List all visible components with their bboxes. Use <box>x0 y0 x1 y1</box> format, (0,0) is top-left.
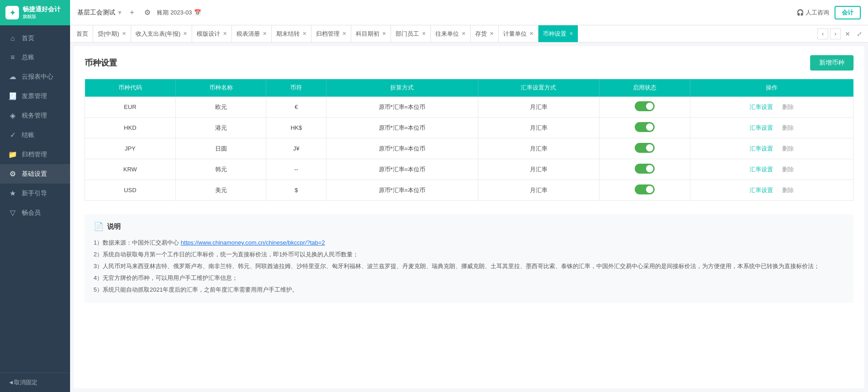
page-header: 币种设置 新增币种 <box>85 55 854 71</box>
tab-subjects[interactable]: 科目期初 ✕ <box>351 25 391 43</box>
tab-period-end[interactable]: 期末结转 ✕ <box>272 25 311 43</box>
support-button[interactable]: 🎧 人工咨询 <box>797 9 829 17</box>
sidebar-label-checkout: 结账 <box>22 131 34 139</box>
settings-icon: ⚙ <box>8 170 17 178</box>
sidebar-item-member[interactable]: ▽ 畅会员 <box>0 203 70 222</box>
tab-unit[interactable]: 计量单位 ✕ <box>499 25 538 43</box>
account-button[interactable]: 会计 <box>835 6 861 19</box>
calendar-icon[interactable]: 📅 <box>194 9 201 16</box>
tab-template-close[interactable]: ✕ <box>223 31 227 37</box>
cell-status-3[interactable] <box>599 159 690 180</box>
notice-section: 📄 说明 1）数据来源：中国外汇交易中心 https://www.chinamo… <box>85 214 854 303</box>
rate-set-4[interactable]: 汇率设置 <box>750 187 773 194</box>
tab-next-button[interactable]: › <box>830 28 841 39</box>
cell-action-4: 汇率设置 删除 <box>690 180 853 201</box>
cell-status-1[interactable] <box>599 118 690 138</box>
tab-tax-close[interactable]: ✕ <box>263 31 267 37</box>
tab-inventory[interactable]: 存货 ✕ <box>471 25 499 43</box>
sidebar-item-reports[interactable]: ☁ 云报表中心 <box>0 67 70 86</box>
main-area: 基层工会测试 ▼ ＋ ⚙ 账期 2023-03 📅 🎧 人工咨询 会计 首页 贷… <box>70 0 868 392</box>
topbar: 基层工会测试 ▼ ＋ ⚙ 账期 2023-03 📅 🎧 人工咨询 会计 <box>70 0 868 25</box>
table-row: USD 美元 $ 原币*汇率=本位币 月汇率 汇率设置 删除 <box>85 180 854 201</box>
tab-home[interactable]: 首页 <box>72 25 93 43</box>
tab-income-close[interactable]: ✕ <box>183 31 187 37</box>
toggle-3[interactable] <box>635 164 655 174</box>
sidebar-label-settings: 基础设置 <box>22 170 47 178</box>
unpin-button[interactable]: ◄取消固定 <box>0 373 70 392</box>
delete-0[interactable]: 删除 <box>782 104 794 110</box>
toggle-2[interactable] <box>635 143 655 153</box>
delete-1[interactable]: 删除 <box>782 124 794 131</box>
cell-status-0[interactable] <box>599 97 690 118</box>
tab-income[interactable]: 收入支出表(年报) ✕ <box>131 25 193 43</box>
tab-tax[interactable]: 税表清册 ✕ <box>232 25 272 43</box>
sidebar-item-ledger[interactable]: ≡ 总账 <box>0 48 70 67</box>
invoice-icon: 🧾 <box>8 92 17 100</box>
tab-partners-close[interactable]: ✕ <box>462 31 466 37</box>
sidebar-item-home[interactable]: ⌂ 首页 <box>0 29 70 48</box>
notice-item: 1）数据来源：中国外汇交易中心 https://www.chinamoney.c… <box>94 237 844 249</box>
cell-calc-3: 原币*汇率=本位币 <box>326 159 478 180</box>
sidebar-item-settings[interactable]: ⚙ 基础设置 <box>0 164 70 184</box>
cell-name-4: 美元 <box>175 180 266 201</box>
tab-maximize-button[interactable]: ⤢ <box>854 29 864 39</box>
sidebar-item-archive[interactable]: 📁 归档管理 <box>0 145 70 164</box>
rate-set-3[interactable]: 汇率设置 <box>750 166 773 173</box>
tab-unit-close[interactable]: ✕ <box>529 31 533 37</box>
toggle-1[interactable] <box>635 122 655 132</box>
tab-currency-close[interactable]: ✕ <box>569 31 573 37</box>
tab-balance-label: 贷(中期) <box>98 30 119 38</box>
company-selector[interactable]: 基层工会测试 ▼ <box>77 9 123 17</box>
notice-item: 3）人民币对马来西亚林吉特、俄罗斯卢布、南非兰特、韩元、阿联酋迪拉姆、沙特里亚尔… <box>94 260 844 272</box>
guide-icon: ★ <box>8 189 17 198</box>
settings-button[interactable]: ⚙ <box>142 7 153 19</box>
tab-archive-close[interactable]: ✕ <box>342 31 346 37</box>
sidebar-item-invoice[interactable]: 🧾 发票管理 <box>0 86 70 106</box>
sidebar-label-member: 畅会员 <box>22 209 41 217</box>
new-currency-button[interactable]: 新增币种 <box>810 55 854 71</box>
cell-name-0: 欧元 <box>175 97 266 118</box>
tab-dept[interactable]: 部门员工 ✕ <box>391 25 431 43</box>
tab-prev-button[interactable]: ‹ <box>817 28 828 39</box>
cell-status-2[interactable] <box>599 138 690 159</box>
cell-status-4[interactable] <box>599 180 690 201</box>
delete-2[interactable]: 删除 <box>782 145 794 152</box>
currency-table: 币种代码 币种名称 币符 折算方式 汇率设置方式 启用状态 操作 EUR 欧元 … <box>85 79 854 201</box>
sidebar-label-tax: 税务管理 <box>22 112 47 120</box>
notice-header: 📄 说明 <box>94 222 844 231</box>
toggle-0[interactable] <box>635 101 655 111</box>
app-version: 旗舰版 <box>23 14 61 20</box>
ledger-icon: ≡ <box>8 53 17 61</box>
tab-partners[interactable]: 往来单位 ✕ <box>431 25 471 43</box>
cell-calc-0: 原币*汇率=本位币 <box>326 97 478 118</box>
sidebar-item-checkout[interactable]: ✓ 结账 <box>0 125 70 145</box>
rate-set-1[interactable]: 汇率设置 <box>750 124 773 131</box>
delete-3[interactable]: 删除 <box>782 166 794 173</box>
tab-currency[interactable]: 币种设置 ✕ <box>538 25 578 43</box>
sidebar-item-tax[interactable]: ◈ 税务管理 <box>0 106 70 125</box>
topbar-right: 🎧 人工咨询 会计 <box>797 6 861 19</box>
tab-archive[interactable]: 归档管理 ✕ <box>311 25 351 43</box>
tab-close-all-button[interactable]: ✕ <box>843 29 853 39</box>
content-area: 币种设置 新增币种 币种代码 币种名称 币符 折算方式 汇率设置方式 启用状态 … <box>74 46 864 388</box>
reports-icon: ☁ <box>8 72 17 81</box>
toggle-4[interactable] <box>635 184 655 194</box>
tab-balance-close[interactable]: ✕ <box>122 31 126 37</box>
delete-4[interactable]: 删除 <box>782 187 794 194</box>
tab-dept-close[interactable]: ✕ <box>422 31 426 37</box>
tab-period-end-close[interactable]: ✕ <box>302 31 307 37</box>
rate-set-2[interactable]: 汇率设置 <box>750 145 773 152</box>
cell-code-3: KRW <box>85 159 176 180</box>
tab-template[interactable]: 模版设计 ✕ <box>192 25 232 43</box>
tab-inventory-close[interactable]: ✕ <box>490 31 494 37</box>
cell-rate-1: 月汇率 <box>478 118 599 138</box>
table-row: KRW 韩元 -- 原币*汇率=本位币 月汇率 汇率设置 删除 <box>85 159 854 180</box>
rate-set-0[interactable]: 汇率设置 <box>750 104 773 110</box>
th-action: 操作 <box>690 79 853 97</box>
tab-subjects-close[interactable]: ✕ <box>382 31 386 37</box>
sidebar-item-guide[interactable]: ★ 新手引导 <box>0 184 70 203</box>
notice-item: 4）无官方牌价的币种，可以用用户手工维护汇率信息； <box>94 272 844 284</box>
tab-balance[interactable]: 贷(中期) ✕ <box>93 25 131 43</box>
china-money-link[interactable]: https://www.chinamoney.com.cn/chinese/bk… <box>181 239 325 246</box>
add-tab-button[interactable]: ＋ <box>126 7 138 19</box>
